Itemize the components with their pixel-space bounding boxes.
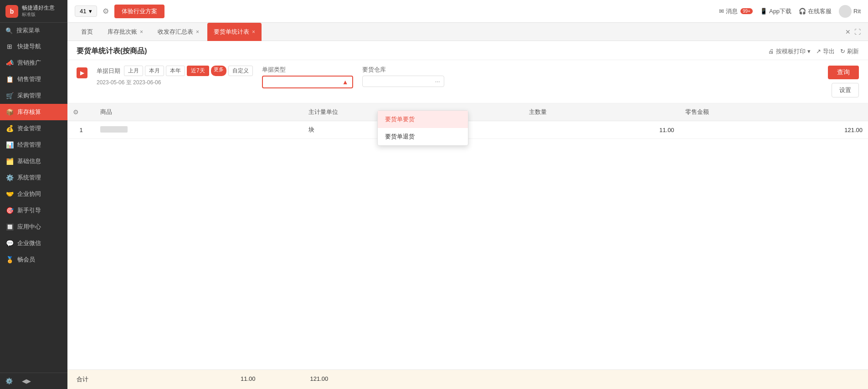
sidebar-item-corp-wechat[interactable]: 💬 企业微信 — [0, 235, 67, 251]
tab-receive-summary-close[interactable]: × — [196, 29, 199, 35]
dropdown-item-order-goods[interactable]: 要货单要货 — [378, 111, 468, 128]
finance-icon: 💰 — [5, 125, 14, 132]
sidebar-item-enterprise[interactable]: 🤝 企业协同 — [0, 186, 67, 202]
warehouse-filter-group: 要货仓库 ··· — [362, 66, 444, 87]
purchase-icon: 🛒 — [5, 92, 14, 99]
type-select-input[interactable]: ▲ — [262, 76, 353, 88]
sidebar-item-membership[interactable]: 🏅 畅会员 — [0, 251, 67, 268]
system-icon: ⚙️ — [5, 174, 14, 181]
footer-quantity-spacer — [186, 375, 222, 384]
cell-amount: 121.00 — [680, 121, 868, 139]
date-buttons: 上月 本月 本年 近7天 更多 自定义 — [124, 66, 253, 76]
collapse-icon[interactable]: ◀▶ — [22, 378, 31, 384]
export-button[interactable]: ↗ 导出 — [816, 47, 835, 56]
cell-goods — [95, 121, 303, 139]
sidebar-item-sales[interactable]: 📋 销售管理 — [0, 71, 67, 87]
online-service-item[interactable]: 🎧 在线客服 — [799, 7, 832, 15]
page-actions: 🖨 按模板打印 ▾ ↗ 导出 ↻ 刷新 — [768, 47, 859, 56]
sidebar-item-label: 应用中心 — [17, 223, 41, 231]
settings-button[interactable]: 设置 — [832, 83, 859, 97]
sidebar-item-purchase[interactable]: 🛒 采购管理 — [0, 87, 67, 104]
print-button[interactable]: 🖨 按模板打印 ▾ — [768, 47, 811, 56]
print-icon: 🖨 — [768, 48, 774, 55]
selector-chevron-icon: ▾ — [89, 8, 92, 15]
sidebar-item-system[interactable]: ⚙️ 系统管理 — [0, 169, 67, 186]
sidebar-item-app-center[interactable]: 🔲 应用中心 — [0, 219, 67, 235]
page-header: 要货单统计表(按商品) 🖨 按模板打印 ▾ ↗ 导出 ↻ 刷新 — [67, 41, 868, 60]
tab-receive-summary[interactable]: 收发存汇总表 × — [151, 23, 205, 41]
print-chevron-icon: ▾ — [807, 48, 811, 55]
warehouse-select-input[interactable]: ··· — [362, 76, 444, 87]
company-selector[interactable]: 41 ▾ — [75, 5, 97, 17]
app-download-item[interactable]: 📱 App下载 — [760, 7, 791, 15]
topbar-settings-icon[interactable]: ⚙ — [103, 7, 109, 15]
sidebar-item-marketing[interactable]: 📣 营销推广 — [0, 55, 67, 71]
quick-nav-icon: ⊞ — [5, 43, 14, 50]
refresh-label: 刷新 — [847, 47, 859, 56]
sidebar-item-label: 经营管理 — [17, 141, 41, 149]
basic-icon: 🗂️ — [5, 158, 14, 165]
sidebar-item-finance[interactable]: 💰 资金管理 — [0, 120, 67, 137]
avatar — [839, 5, 852, 18]
settings-bottom-icon[interactable]: ⚙️ — [5, 378, 13, 384]
dropdown-item-order-return[interactable]: 要货单退货 — [378, 128, 468, 145]
tab-order-stats[interactable]: 要货单统计表 × — [207, 23, 262, 41]
tab-home[interactable]: 首页 — [75, 23, 99, 41]
date-btn-this-year[interactable]: 本年 — [166, 66, 185, 76]
date-more-button[interactable]: 更多 — [211, 66, 226, 76]
online-service-label: 在线客服 — [808, 7, 832, 15]
logo-icon: b — [5, 5, 18, 18]
sidebar-item-label: 畅会员 — [17, 256, 35, 264]
app-logo: b 畅捷通好生意 标准版 — [0, 0, 67, 23]
type-dropdown: 要货单要货 要货单退货 — [377, 110, 468, 146]
sidebar-item-basic[interactable]: 🗂️ 基础信息 — [0, 153, 67, 169]
sidebar-item-quick-nav[interactable]: ⊞ 快捷导航 — [0, 38, 67, 55]
search-label: 搜索菜单 — [16, 26, 40, 35]
user-profile[interactable]: Rit — [839, 5, 861, 18]
date-custom-button[interactable]: 自定义 — [228, 66, 253, 76]
page-title: 要货单统计表(按商品) — [77, 46, 147, 56]
query-button[interactable]: 查询 — [828, 66, 859, 79]
tab-order-stats-close[interactable]: × — [252, 29, 255, 35]
selector-number: 41 — [80, 8, 86, 15]
column-settings-icon[interactable]: ⚙ — [73, 108, 79, 116]
trial-button[interactable]: 体验行业方案 — [114, 5, 164, 18]
sidebar-item-guide[interactable]: 🎯 新手引导 — [0, 202, 67, 219]
date-btn-7days[interactable]: 近7天 — [187, 66, 209, 76]
membership-icon: 🏅 — [5, 256, 14, 263]
tab-inventory-batch[interactable]: 库存批次账 × — [101, 23, 149, 41]
sidebar-search[interactable]: 🔍 搜索菜单 — [0, 23, 67, 38]
type-chevron-icon: ▲ — [342, 78, 349, 86]
tab-bar: 首页 库存批次账 × 收发存汇总表 × 要货单统计表 × ✕ ⛶ — [67, 23, 868, 41]
date-range-display: 2023-05-06 至 2023-06-06 — [97, 79, 253, 87]
app-title: 畅捷通好生意 — [22, 5, 55, 12]
operation-icon: 📊 — [5, 141, 14, 148]
main-content: 41 ▾ ⚙ 体验行业方案 ✉ 消息 99+ 📱 App下载 🎧 在线客服 R — [67, 0, 868, 389]
filter-expand-button[interactable]: ▶ — [77, 67, 87, 78]
tab-expand-icon[interactable]: ⛶ — [854, 28, 861, 36]
type-filter-group: 单据类型 ▲ — [262, 66, 353, 88]
sidebar-item-operation[interactable]: 📊 经营管理 — [0, 137, 67, 153]
marketing-icon: 📣 — [5, 59, 14, 67]
sidebar: b 畅捷通好生意 标准版 🔍 搜索菜单 ⊞ 快捷导航 📣 营销推广 📋 销售管理… — [0, 0, 67, 389]
date-btn-this-month[interactable]: 本月 — [145, 66, 164, 76]
sidebar-item-label: 基础信息 — [17, 157, 41, 165]
col-header-settings: ⚙ — [67, 103, 95, 121]
sidebar-item-label: 资金管理 — [17, 124, 41, 133]
tab-inventory-batch-close[interactable]: × — [140, 29, 143, 35]
col-header-quantity: 主数量 — [524, 103, 680, 121]
export-icon: ↗ — [816, 48, 821, 55]
tab-close-all-icon[interactable]: ✕ — [845, 28, 851, 36]
tabs-right-actions: ✕ ⛶ — [845, 28, 861, 36]
app-center-icon: 🔲 — [5, 223, 14, 230]
print-label: 按模板打印 — [776, 47, 806, 56]
date-filter-label: 单据日期 — [97, 67, 120, 75]
sidebar-item-inventory[interactable]: 📦 库存核算 — [0, 104, 67, 120]
cell-quantity: 11.00 — [524, 121, 680, 139]
refresh-button[interactable]: ↻ 刷新 — [840, 47, 859, 56]
cell-index: 1 — [67, 121, 95, 139]
messages-item[interactable]: ✉ 消息 99+ — [719, 7, 753, 15]
date-btn-last-month[interactable]: 上月 — [124, 66, 143, 76]
footer-quantity-value: 11.00 — [241, 375, 256, 384]
sidebar-item-label: 采购管理 — [17, 92, 41, 100]
